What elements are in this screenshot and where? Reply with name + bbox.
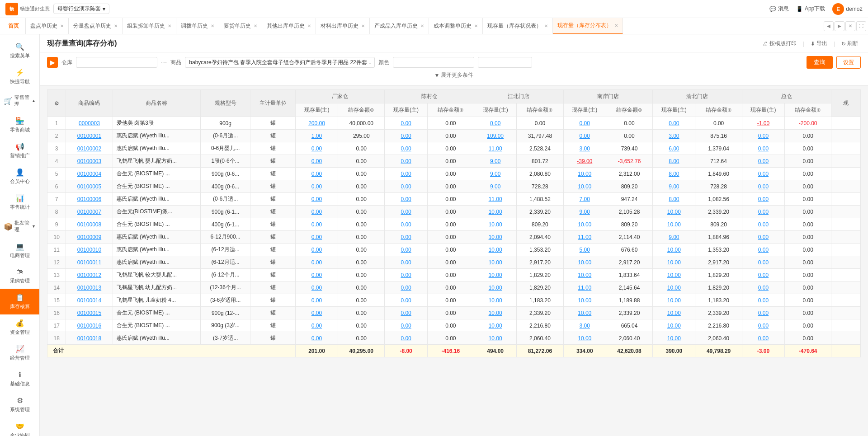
- table-cell[interactable]: 0.00: [742, 130, 784, 142]
- table-cell[interactable]: 10.00: [563, 218, 606, 231]
- table-cell[interactable]: 10.00: [474, 281, 517, 294]
- table-cell[interactable]: 0.00: [295, 332, 338, 345]
- table-cell[interactable]: 0.00: [295, 206, 338, 218]
- table-cell[interactable]: 0.00: [385, 206, 427, 218]
- collapse-filter-btn[interactable]: ▶: [47, 57, 58, 68]
- sidebar-item-wholesale[interactable]: 📦 批发管理 ▼: [0, 215, 39, 238]
- table-cell[interactable]: 10.00: [653, 319, 695, 332]
- table-cell[interactable]: 10.00: [474, 231, 517, 244]
- table-cell[interactable]: 10.00: [563, 180, 606, 193]
- table-cell[interactable]: 0.00: [295, 168, 338, 180]
- table-cell[interactable]: 00100005: [66, 180, 113, 193]
- warehouse-more-btn[interactable]: ···: [161, 58, 167, 66]
- close-tab-icon[interactable]: ✕: [114, 23, 118, 28]
- table-cell[interactable]: 11.00: [474, 142, 517, 155]
- table-cell[interactable]: 0.00: [385, 180, 427, 193]
- table-cell[interactable]: 0.00: [742, 269, 784, 281]
- tab-order[interactable]: 要货单历史 ✕: [219, 18, 262, 34]
- color-value-input[interactable]: [478, 57, 532, 68]
- table-cell[interactable]: -1.00: [742, 117, 784, 130]
- table-cell[interactable]: 0.00: [295, 142, 338, 155]
- table-cell[interactable]: 0000003: [66, 117, 113, 130]
- expand-filter-btn[interactable]: ▼ 展开更多条件: [434, 71, 474, 79]
- table-cell[interactable]: 10.00: [474, 206, 517, 218]
- tab-product-in[interactable]: 产成品入库单历史 ✕: [370, 18, 429, 34]
- tab-cost-adj[interactable]: 成本调整单历史 ✕: [429, 18, 483, 34]
- table-cell[interactable]: 0.00: [742, 155, 784, 168]
- table-cell[interactable]: 0.00: [295, 193, 338, 206]
- table-cell[interactable]: 0.00: [742, 231, 784, 244]
- table-cell[interactable]: 0.00: [295, 231, 338, 244]
- warehouse-input[interactable]: [76, 57, 157, 68]
- nav-close-btn[interactable]: ✕: [845, 21, 855, 31]
- table-cell[interactable]: 0.00: [742, 244, 784, 256]
- table-cell[interactable]: 0.00: [563, 130, 606, 142]
- table-cell[interactable]: 00100015: [66, 307, 113, 319]
- refresh-btn[interactable]: ↻ 刷新: [839, 39, 861, 48]
- table-cell[interactable]: 5.00: [563, 244, 606, 256]
- product-input[interactable]: [185, 57, 375, 68]
- sidebar-item-ops[interactable]: 📈 经营管理: [0, 340, 39, 366]
- table-cell[interactable]: 11.00: [563, 231, 606, 244]
- store-selector[interactable]: 母婴行业演示陈套 ▾: [53, 4, 109, 14]
- table-cell[interactable]: 0.00: [295, 256, 338, 269]
- table-cell[interactable]: 0.00: [742, 307, 784, 319]
- table-cell[interactable]: 10.00: [563, 168, 606, 180]
- table-cell[interactable]: 0.00: [385, 256, 427, 269]
- sidebar-item-finance[interactable]: 💰 资金管理: [0, 314, 39, 340]
- table-cell[interactable]: 00100018: [66, 332, 113, 345]
- table-cell[interactable]: 0.00: [385, 142, 427, 155]
- table-cell[interactable]: 0.00: [385, 244, 427, 256]
- sidebar-item-nav[interactable]: ⚡ 快捷导航: [0, 64, 39, 89]
- tab-stock-dist[interactable]: 现存量（库存分布表） ✕: [553, 18, 623, 34]
- sidebar-item-search[interactable]: 🔍 搜索英单: [0, 38, 39, 64]
- message-btn[interactable]: 💬 消息: [769, 5, 789, 13]
- table-cell[interactable]: 00100009: [66, 231, 113, 244]
- table-cell[interactable]: 0.00: [295, 281, 338, 294]
- table-cell[interactable]: 10.00: [653, 244, 695, 256]
- tab-home[interactable]: 首页: [2, 18, 26, 34]
- table-cell[interactable]: 10.00: [653, 281, 695, 294]
- sidebar-item-retail[interactable]: 🛒 零售管理 ▲: [0, 89, 39, 112]
- table-cell[interactable]: 0.00: [385, 319, 427, 332]
- sidebar-item-marketing[interactable]: 📢 营销推广: [0, 138, 39, 164]
- table-cell[interactable]: 0.00: [474, 117, 517, 130]
- table-cell[interactable]: 3.00: [653, 130, 695, 142]
- sidebar-item-inventory[interactable]: 📋 库存核算: [0, 289, 39, 314]
- table-cell[interactable]: 00100014: [66, 294, 113, 307]
- table-cell[interactable]: 0.00: [742, 319, 784, 332]
- table-cell[interactable]: 11.00: [563, 281, 606, 294]
- nav-prev-btn[interactable]: ◀: [824, 21, 834, 31]
- tab-assemble[interactable]: 组装拆卸单历史 ✕: [123, 18, 176, 34]
- export-btn[interactable]: ⬇ 导出: [808, 39, 830, 48]
- tab-stock-status[interactable]: 现存量（库存状况表） ✕: [483, 18, 553, 34]
- table-cell[interactable]: 3.00: [563, 142, 606, 155]
- table-cell[interactable]: 0.00: [385, 281, 427, 294]
- table-cell[interactable]: 10.00: [563, 332, 606, 345]
- sidebar-item-purchase[interactable]: 🛍 采购管理: [0, 263, 39, 289]
- table-cell[interactable]: 00100016: [66, 319, 113, 332]
- table-cell[interactable]: 8.00: [653, 168, 695, 180]
- table-cell[interactable]: 00100002: [66, 142, 113, 155]
- table-cell[interactable]: 00100010: [66, 244, 113, 256]
- table-cell[interactable]: 0.00: [742, 294, 784, 307]
- table-cell[interactable]: 0.00: [385, 168, 427, 180]
- tab-inventory-check[interactable]: 盘点单历史 ✕: [26, 18, 69, 34]
- table-cell[interactable]: 0.00: [295, 244, 338, 256]
- table-cell[interactable]: 0.00: [385, 117, 427, 130]
- sidebar-item-retail-stats[interactable]: 📊 零售统计: [0, 189, 39, 215]
- th-settings[interactable]: ⚙: [47, 90, 66, 117]
- sidebar-item-system[interactable]: ⚙ 系统管理: [0, 392, 39, 417]
- nav-expand-btn[interactable]: ⛶: [856, 21, 866, 31]
- print-btn[interactable]: 🖨 按模版打印: [760, 39, 799, 48]
- table-cell[interactable]: 0.00: [742, 168, 784, 180]
- table-cell[interactable]: 0.00: [385, 332, 427, 345]
- table-cell[interactable]: 10.00: [474, 244, 517, 256]
- table-cell[interactable]: 00100006: [66, 193, 113, 206]
- table-cell[interactable]: 0.00: [742, 206, 784, 218]
- sidebar-item-mall[interactable]: 🏪 零售商城: [0, 112, 39, 138]
- table-cell[interactable]: 0.00: [742, 281, 784, 294]
- table-cell[interactable]: 9.00: [653, 180, 695, 193]
- table-cell[interactable]: 0.00: [742, 332, 784, 345]
- tab-other-out[interactable]: 其他出库单历史 ✕: [262, 18, 316, 34]
